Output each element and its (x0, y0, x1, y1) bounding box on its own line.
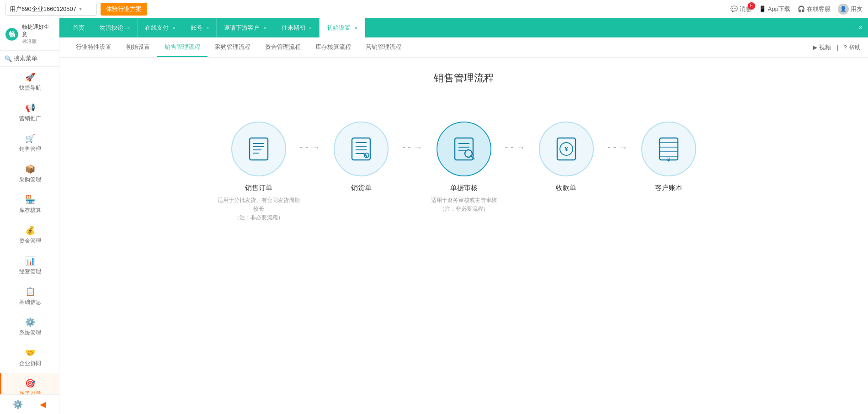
sidebar-item-kuaijie[interactable]: 🚀 快捷导航 (0, 67, 59, 97)
sales-bill-icon (347, 135, 375, 163)
video-action[interactable]: ▶ 视频 (813, 43, 831, 52)
trial-button[interactable]: 体验行业方案 (101, 3, 147, 16)
app-download-item[interactable]: 📱 App下载 (759, 5, 790, 13)
nav-icon: 🤝 (25, 348, 35, 358)
nav-tabs: 首页 物流快递 × 在线支付 × 账号 × 邀请下游客户 × 往来期初 × (59, 18, 868, 37)
sidebar-item-yingxiao[interactable]: 📢 营销推广 (0, 97, 59, 128)
tab-close-icon[interactable]: × (354, 25, 357, 31)
sidebar-item-label: 库存核算 (19, 207, 41, 214)
collapse-icon[interactable]: ◀ (40, 399, 46, 409)
tab-home[interactable]: 首页 (65, 18, 92, 37)
flow-circle-salesbill[interactable] (334, 122, 389, 176)
content-area: 销售管理流程 销售订单 适用于分批发货、有合同发货周期较长（ (59, 58, 868, 414)
app-icon: 📱 (759, 5, 766, 12)
sidebar-items: 🚀 快捷导航 📢 营销推广 🛒 销售管理 📦 采购管理 🏪 库存核算 💰 (0, 67, 59, 394)
chevron-down-icon: ▼ (78, 6, 83, 11)
sub-tab-finance-flow[interactable]: 资金管理流程 (258, 37, 308, 57)
sidebar-item-jingying[interactable]: 📊 经营管理 (0, 250, 59, 281)
step-desc: 适用于财务审核或主管审核（注：非必要流程） (431, 196, 497, 213)
divider: | (836, 44, 838, 51)
help-label: 帮助 (849, 43, 861, 52)
flow-circle-receipt[interactable]: ¥ ¥ (539, 122, 594, 176)
flow-step-audit: 单据审核 适用于财务审核或主管审核（注：非必要流程） (423, 122, 505, 213)
sidebar-item-jichu[interactable]: 📋 基础信息 (0, 281, 59, 312)
service-icon: 🎧 (798, 5, 805, 12)
sidebar-item-qiye[interactable]: 🤝 企业协同 (0, 342, 59, 373)
flow-circle-audit[interactable] (437, 122, 491, 176)
sidebar-item-kucun[interactable]: 🏪 库存核算 (0, 189, 59, 220)
tab-logistics[interactable]: 物流快递 × (92, 18, 138, 37)
online-service-item[interactable]: 🎧 在线客服 (798, 5, 831, 13)
nav-icon: 📊 (25, 256, 35, 266)
top-header: 用户690企业1660120507 ▼ 体验行业方案 💬 消息 6 📱 App下… (0, 0, 868, 18)
tab-label: 物流快递 (100, 24, 123, 32)
sidebar-item-caigou[interactable]: 📦 采购管理 (0, 159, 59, 189)
help-icon: ? (844, 44, 847, 51)
tab-close-icon[interactable]: × (263, 25, 266, 31)
tab-label: 邀请下游客户 (224, 24, 260, 32)
svg-text:¥: ¥ (667, 157, 671, 163)
flow-circle-ledger[interactable]: ¥ (641, 122, 696, 176)
search-label: 搜索菜单 (14, 54, 37, 63)
tab-label: 初始设置 (327, 24, 351, 32)
message-badge: 6 (748, 2, 755, 10)
sub-tab-actions: ▶ 视频 | ? 帮助 (813, 43, 861, 52)
sidebar-item-xinshou[interactable]: 🎯 新手引导 (0, 373, 59, 394)
tab-period[interactable]: 往来期初 × (274, 18, 320, 37)
close-all-tabs[interactable]: × (853, 18, 868, 37)
flow-arrow-4: - - → (607, 122, 628, 153)
sub-tab-purchase-flow[interactable]: 采购管理流程 (208, 37, 258, 57)
sub-tab-industry[interactable]: 行业特性设置 (69, 37, 119, 57)
logo-sub: 标准版 (22, 38, 54, 45)
sidebar-item-label: 企业协同 (19, 360, 41, 367)
page-title: 销售管理流程 (78, 71, 850, 85)
sidebar-logo: 畅 畅捷通好生意 标准版 (0, 18, 59, 51)
flow-circle-salesorder[interactable] (231, 122, 286, 176)
tab-init[interactable]: 初始设置 × (320, 18, 365, 37)
flow-step-salesbill: 销货单 (320, 122, 402, 196)
tab-payment[interactable]: 在线支付 × (138, 18, 183, 37)
user-selector[interactable]: 用户690企业1660120507 ▼ (5, 3, 97, 16)
tab-close-icon[interactable]: × (172, 25, 175, 31)
sub-tab-init[interactable]: 初始设置 (119, 37, 157, 57)
sidebar-search[interactable]: 🔍 搜索菜单 (0, 51, 59, 67)
tab-label: 账号 (191, 24, 202, 32)
flow-diagram: 销售订单 适用于分批发货、有合同发货周期较长（注：非必要流程） - - → (78, 112, 850, 232)
settings-icon[interactable]: ⚙️ (13, 399, 23, 409)
sidebar: 畅 畅捷通好生意 标准版 🔍 搜索菜单 🚀 快捷导航 📢 营销推广 🛒 销售管理 (0, 18, 59, 414)
sidebar-item-label: 快捷导航 (19, 84, 41, 92)
step-name: 收款单 (556, 184, 576, 192)
help-action[interactable]: ? 帮助 (844, 43, 861, 52)
sales-order-icon (245, 135, 272, 163)
tab-label: 首页 (73, 24, 85, 32)
sidebar-item-label: 新手引导 (19, 390, 41, 394)
search-icon: 🔍 (5, 55, 12, 62)
user-item[interactable]: 👤 用友 (838, 4, 863, 15)
sidebar-item-zijin[interactable]: 💰 资金管理 (0, 220, 59, 250)
nav-icon: 🎯 (25, 378, 35, 388)
step-name: 单据审核 (450, 184, 478, 192)
app-label: App下载 (768, 5, 790, 13)
tab-close-icon[interactable]: × (127, 25, 130, 31)
tab-invite[interactable]: 邀请下游客户 × (217, 18, 274, 37)
svg-rect-2 (250, 138, 268, 160)
flow-arrow-2: - - → (402, 122, 422, 153)
sidebar-item-label: 采购管理 (19, 176, 41, 184)
tab-close-icon[interactable]: × (309, 25, 312, 31)
sidebar-item-xiaoshou[interactable]: 🛒 销售管理 (0, 128, 59, 159)
tab-account[interactable]: 账号 × (183, 18, 217, 37)
sub-tabs: 行业特性设置 初始设置 销售管理流程 采购管理流程 资金管理流程 库存核算流程 … (59, 37, 868, 58)
nav-icon: 💰 (25, 225, 35, 235)
sub-tab-marketing-flow[interactable]: 营销管理流程 (358, 37, 409, 57)
flow-arrow-1: - - → (300, 122, 320, 153)
user-name-label: 用友 (851, 5, 863, 13)
tab-close-icon[interactable]: × (206, 25, 209, 31)
nav-icon: ⚙️ (25, 317, 35, 327)
sidebar-item-xitong[interactable]: ⚙️ 系统管理 (0, 312, 59, 342)
sub-tab-sales-flow[interactable]: 销售管理流程 (157, 37, 208, 57)
receipt-icon: ¥ ¥ (553, 135, 580, 163)
sub-tab-inventory-flow[interactable]: 库存核算流程 (308, 37, 358, 57)
step-name: 销售订单 (245, 184, 272, 192)
logo-icon: 畅 (5, 27, 19, 42)
message-item[interactable]: 💬 消息 6 (730, 5, 751, 13)
